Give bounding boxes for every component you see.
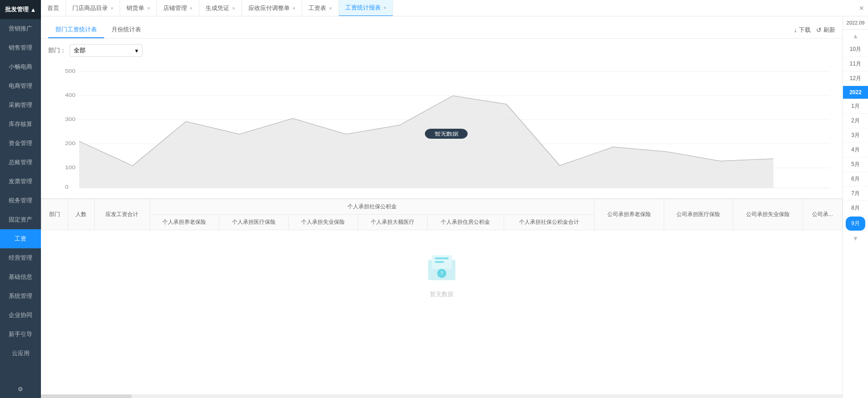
tab-close-store-mgmt[interactable]: × (190, 5, 192, 11)
tab-close-payroll[interactable]: × (329, 5, 332, 11)
chevron-down-icon: ▾ (135, 47, 138, 54)
col-company-medical: 公司承担医疗保险 (664, 199, 733, 230)
sidebar-item-ecommerce[interactable]: 电商管理 (0, 76, 41, 96)
svg-text:暂无数据: 暂无数据 (434, 131, 459, 136)
date-jul[interactable]: 7月 (843, 186, 868, 201)
sidebar-item-marketing[interactable]: 营销推广 (0, 19, 41, 38)
bottom-scrollbar[interactable] (41, 394, 843, 398)
svg-text:300: 300 (65, 116, 76, 122)
sidebar-item-invoice[interactable]: 发票管理 (0, 172, 41, 191)
sub-tab-bar: 部门工资统计表 月份统计表 ↓ 下载 ↺ 刷新 (41, 16, 843, 39)
sidebar-item-enterprise[interactable]: 企业协同 (0, 306, 41, 325)
sidebar-item-assets[interactable]: 固定资产 (0, 210, 41, 229)
col-personal-pension: 个人承担养老保险 (150, 215, 219, 230)
svg-text:0: 0 (65, 184, 69, 190)
date-down-button[interactable]: ▼ (843, 232, 868, 245)
sidebar-title: 批发管理 (5, 5, 29, 14)
svg-text:200: 200 (65, 141, 76, 146)
date-sep-active[interactable]: 9月 (846, 217, 865, 231)
empty-text: 暂无数据 (430, 290, 454, 298)
date-panel: 2022.09 ▲ 10月 11月 12月 2022 1月 2月 3月 (843, 16, 868, 398)
sidebar-item-ledger[interactable]: 总账管理 (0, 153, 41, 172)
sidebar-item-operations[interactable]: 经营管理 (0, 248, 41, 267)
refresh-icon: ↺ (816, 26, 822, 34)
tab-close-sales-order[interactable]: × (147, 5, 150, 11)
tab-store-catalog[interactable]: 门店商品目录 × (66, 0, 120, 16)
date-dec[interactable]: 12月 (843, 71, 868, 86)
col-company-other: 公司承... (802, 199, 842, 230)
col-personal-unemployment: 个人承担失业保险 (288, 215, 358, 230)
sub-tab-dept[interactable]: 部门工资统计表 (48, 22, 104, 38)
sub-tab-monthly[interactable]: 月份统计表 (104, 22, 148, 38)
sidebar-item-finance[interactable]: 资金管理 (0, 134, 41, 153)
tab-sales-order[interactable]: 销货单 × (120, 0, 156, 16)
date-feb[interactable]: 2月 (843, 114, 868, 128)
sidebar-item-ecommerce-small[interactable]: 小畅电商 (0, 57, 41, 76)
svg-text:500: 500 (65, 68, 76, 74)
tab-ar-ap[interactable]: 应收应付调整单 × (242, 0, 302, 16)
tab-voucher[interactable]: 生成凭证 × (199, 0, 242, 16)
sidebar-settings-button[interactable]: ⚙ (0, 380, 41, 398)
sidebar-chevron: ▲ (30, 6, 36, 13)
close-all-icon[interactable]: ✕ (859, 5, 864, 12)
date-nav-header: 2022.09 (843, 16, 868, 30)
sidebar-item-basics[interactable]: 基础信息 (0, 267, 41, 287)
col-count: 人数 (68, 199, 95, 230)
date-may[interactable]: 5月 (843, 157, 868, 172)
sidebar-item-payroll[interactable]: 工资 (0, 229, 41, 248)
date-year-marker: 2022 (843, 86, 868, 99)
refresh-button[interactable]: ↺ 刷新 (816, 26, 835, 34)
tab-store-mgmt[interactable]: 店铺管理 × (157, 0, 199, 16)
tab-payroll[interactable]: 工资表 × (302, 0, 338, 16)
sidebar-item-purchase[interactable]: 采购管理 (0, 96, 41, 115)
sidebar-item-system[interactable]: 系统管理 (0, 287, 41, 306)
sidebar-item-sales[interactable]: 销售管理 (0, 38, 41, 57)
tab-home[interactable]: 首页 (41, 0, 66, 16)
tab-close-payroll-report[interactable]: × (384, 5, 386, 10)
empty-illustration: ? (424, 248, 460, 285)
tab-close-store-catalog[interactable]: × (111, 5, 113, 11)
svg-rect-17 (435, 257, 449, 259)
payroll-table: 部门 人数 应发工资合计 个人承担社保公积金 公司承担养老保险 公司承担医疗保险… (41, 199, 843, 230)
scroll-thumb[interactable] (41, 394, 132, 398)
date-apr[interactable]: 4月 (843, 143, 868, 157)
date-mar[interactable]: 3月 (843, 128, 868, 143)
tab-close-ar-ap[interactable]: × (293, 5, 295, 11)
sidebar-item-cloud[interactable]: 云应用 (0, 344, 41, 363)
date-nov[interactable]: 11月 (843, 57, 868, 71)
sub-tab-actions: ↓ 下载 ↺ 刷新 (794, 26, 835, 34)
date-oct[interactable]: 10月 (843, 42, 868, 57)
col-personal-medical: 个人承担医疗保险 (219, 215, 289, 230)
main-area: 首页 门店商品目录 × 销货单 × 店铺管理 × 生成凭证 × 应收应付调整单 … (41, 0, 868, 398)
sidebar: 批发管理 ▲ 营销推广 销售管理 小畅电商 电商管理 采购管理 库存核算 资金管… (0, 0, 41, 398)
sidebar-item-tax[interactable]: 税务管理 (0, 191, 41, 210)
svg-text:100: 100 (65, 165, 76, 170)
chart-area: 500 400 300 200 100 0 (41, 62, 843, 195)
col-company-unemployment: 公司承担失业保险 (733, 199, 803, 230)
col-company-pension: 公司承担养老保险 (595, 199, 664, 230)
main-panel: 部门工资统计表 月份统计表 ↓ 下载 ↺ 刷新 (41, 16, 843, 398)
svg-text:400: 400 (65, 92, 76, 98)
sidebar-item-guide[interactable]: 新手引导 (0, 325, 41, 344)
empty-state: ? 暂无数据 (41, 230, 843, 317)
tab-payroll-report[interactable]: 工资统计报表 × (339, 0, 393, 16)
col-personal-housing: 个人承担住房公积金 (427, 215, 504, 230)
dept-filter-select[interactable]: 全部 ▾ (70, 44, 142, 57)
date-jun[interactable]: 6月 (843, 172, 868, 186)
content-area: 部门工资统计表 月份统计表 ↓ 下载 ↺ 刷新 (41, 16, 868, 398)
sidebar-header[interactable]: 批发管理 ▲ (0, 0, 41, 19)
svg-marker-12 (79, 96, 773, 188)
sidebar-item-inventory[interactable]: 库存核算 (0, 115, 41, 134)
date-aug[interactable]: 8月 (843, 201, 868, 216)
tab-close-voucher[interactable]: × (232, 5, 235, 11)
date-jan[interactable]: 1月 (843, 99, 868, 114)
col-personal-total: 个人承担社保公积金合计 (504, 215, 594, 230)
date-up-button[interactable]: ▲ (843, 30, 868, 42)
download-button[interactable]: ↓ 下载 (794, 26, 811, 34)
gear-icon: ⚙ (18, 386, 23, 393)
download-icon: ↓ (794, 26, 797, 34)
filter-row: 部门： 全部 ▾ (41, 39, 843, 62)
tab-bar: 首页 门店商品目录 × 销货单 × 店铺管理 × 生成凭证 × 应收应付调整单 … (41, 0, 868, 16)
col-personal-extra-medical: 个人承担大额医疗 (358, 215, 428, 230)
svg-text:?: ? (440, 271, 443, 276)
